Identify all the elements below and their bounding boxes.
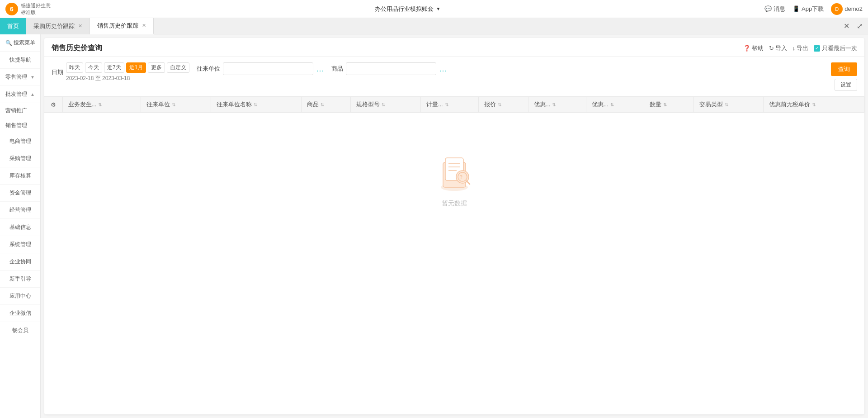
help-button[interactable]: ❓ 帮助 [743,44,764,52]
date-btn-yesterday[interactable]: 昨天 [66,62,83,73]
msg-button[interactable]: 💬 消息 [764,5,785,13]
column-partner-name[interactable]: 往来单位名称 ⇅ [211,97,301,113]
sort-icon: ⇅ [382,102,385,107]
topbar-right: 💬 消息 📱 App下载 D demo2 [764,3,863,15]
retail-arrow-icon: ▼ [30,75,35,80]
help-icon: ❓ [743,45,750,52]
only-last-checkbox[interactable]: ✓ 只看最后一次 [814,44,857,52]
sidebar: 🔍 搜索菜单 快捷导航 零售管理 ▼ 批发管理 ▲ 营销推广 销售管理 电商管理… [0,34,41,418]
query-button[interactable]: 查询 [831,62,857,76]
sort-icon: ⇅ [663,102,667,107]
filter-bar: 日期 昨天 今天 近7天 近1月 更多 自定义 2023-02-18 至 202… [44,57,864,97]
tab-purchase-close[interactable]: ✕ [78,23,82,29]
sidebar-item-search[interactable]: 🔍 搜索菜单 [0,34,40,52]
date-btn-1month[interactable]: 近1月 [126,62,146,73]
column-goods[interactable]: 商品 ⇅ [301,97,350,113]
date-filter-col: 昨天 今天 近7天 近1月 更多 自定义 2023-02-18 至 2023-0… [66,62,189,82]
sidebar-item-member[interactable]: 畅会员 [0,322,40,339]
gear-icon[interactable]: ⚙ [51,101,56,108]
maximize-button[interactable]: ⤢ [855,21,864,31]
sidebar-item-sales-mgmt[interactable]: 销售管理 [0,118,40,133]
sidebar-item-purchase[interactable]: 采购管理 [0,150,40,167]
partner-input[interactable] [223,62,313,75]
sidebar-item-inventory[interactable]: 库存核算 [0,167,40,185]
page-header-actions: ❓ 帮助 ↻ 导入 ↓ 导出 ✓ 只看最后一次 [743,44,858,52]
topbar-center[interactable]: 办公用品行业模拟账套 ▼ [375,5,441,13]
date-btn-custom[interactable]: 自定义 [167,62,189,73]
tab-purchase-label: 采购历史价跟踪 [33,22,75,30]
sort-icon: ⇅ [498,102,501,107]
sort-icon: ⇅ [321,102,324,107]
sort-icon: ⇅ [610,102,614,107]
data-table: ⚙ 业务发生... ⇅ 往来单位 [44,97,864,113]
table-header-row: ⚙ 业务发生... ⇅ 往来单位 [44,97,864,113]
avatar: D [831,3,843,15]
date-filter-label: 日期 [52,68,63,76]
tab-home[interactable]: 首页 [0,18,26,34]
sidebar-item-wechat[interactable]: 企业微信 [0,305,40,322]
column-gear[interactable]: ⚙ [44,97,62,113]
company-name[interactable]: 办公用品行业模拟账套 [375,5,434,13]
sidebar-item-operation[interactable]: 经营管理 [0,202,40,219]
column-quote[interactable]: 报价 ⇅ [479,97,528,113]
column-spec[interactable]: 规格型号 ⇅ [351,97,421,113]
logo-text: 畅捷通好生意 标准版 [21,2,51,15]
goods-filter-group: 商品 ... [331,62,447,75]
column-partner-code[interactable]: 往来单位 ⇅ [141,97,211,113]
sidebar-item-newbie[interactable]: 新手引导 [0,271,40,288]
tab-sales[interactable]: 销售历史价跟踪 ✕ [90,18,154,34]
setting-button[interactable]: 设置 [835,79,857,91]
column-discount1[interactable]: 优惠... ⇅ [528,97,586,113]
empty-illustration: ? [432,149,477,194]
page-content: 销售历史价查询 ❓ 帮助 ↻ 导入 ↓ 导出 ✓ [44,38,864,414]
sidebar-item-shortcut[interactable]: 快捷导航 [0,52,40,69]
tab-purchase[interactable]: 采购历史价跟踪 ✕ [26,18,90,34]
app-download-button[interactable]: 📱 App下载 [793,5,824,13]
sidebar-item-enterprise[interactable]: 企业协同 [0,253,40,271]
column-unit[interactable]: 计量... ⇅ [420,97,478,113]
goods-select-icon[interactable]: ... [439,64,447,74]
sidebar-item-wholesale[interactable]: 批发管理 ▲ [0,86,40,103]
export-button[interactable]: ↓ 导出 [793,44,809,52]
column-biz-date[interactable]: 业务发生... ⇅ [62,97,141,113]
partner-filter-group: 往来单位 ... [197,62,324,75]
search-icon: 🔍 [5,40,12,46]
column-discount2[interactable]: 优惠... ⇅ [586,97,644,113]
date-btn-today[interactable]: 今天 [85,62,102,73]
column-trade-type[interactable]: 交易类型 ⇅ [693,97,764,113]
table-container: ⚙ 业务发生... ⇅ 往来单位 [44,97,864,244]
export-icon: ↓ [793,45,796,52]
tab-home-label: 首页 [7,22,19,30]
svg-line-8 [467,181,470,184]
import-button[interactable]: ↻ 导入 [769,44,787,52]
import-icon: ↻ [769,45,774,52]
sidebar-item-appstore[interactable]: 应用中心 [0,288,40,305]
sidebar-item-system[interactable]: 系统管理 [0,236,40,253]
sidebar-item-ecommerce[interactable]: 电商管理 [0,133,40,150]
date-filter-group: 日期 昨天 今天 近7天 近1月 更多 自定义 2023-02-18 至 202… [52,62,189,82]
topbar-left: 6 畅捷通好生意 标准版 [5,2,51,15]
date-range-display: 2023-02-18 至 2023-03-18 [66,75,189,82]
filter-actions: 查询 设置 [831,62,857,91]
sidebar-item-marketing[interactable]: 营销推广 [0,103,40,118]
sort-icon: ⇅ [552,102,556,107]
column-price-notax[interactable]: 优惠前无税单价 ⇅ [764,97,864,113]
sort-icon: ⇅ [98,102,102,107]
date-btn-more[interactable]: 更多 [148,62,165,73]
sidebar-item-retail[interactable]: 零售管理 ▼ [0,69,40,86]
close-tab-button[interactable]: ✕ [842,21,851,31]
date-buttons: 昨天 今天 近7天 近1月 更多 自定义 [66,62,189,73]
user-menu[interactable]: D demo2 [831,3,863,15]
sidebar-item-basic[interactable]: 基础信息 [0,219,40,236]
page-title: 销售历史价查询 [52,43,102,53]
empty-text: 暂元数据 [442,200,467,208]
column-qty[interactable]: 数量 ⇅ [644,97,693,113]
sidebar-item-finance[interactable]: 资金管理 [0,185,40,202]
partner-filter-label: 往来单位 [197,65,220,73]
date-btn-7days[interactable]: 近7天 [104,62,124,73]
goods-input[interactable] [346,62,436,75]
tabbar: 首页 采购历史价跟踪 ✕ 销售历史价跟踪 ✕ ✕ ⤢ [0,18,868,34]
company-dropdown-arrow[interactable]: ▼ [436,6,441,11]
tab-sales-close[interactable]: ✕ [142,23,146,28]
partner-select-icon[interactable]: ... [316,64,324,74]
